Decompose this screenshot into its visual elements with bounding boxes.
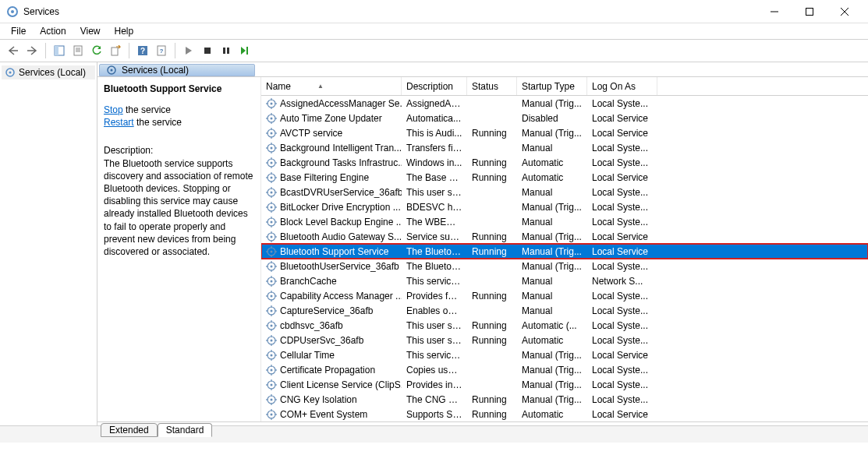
services-icon — [5, 67, 16, 78]
export-list-button[interactable] — [107, 42, 124, 59]
service-row[interactable]: CaptureService_36afbEnables opti...Manua… — [261, 303, 868, 318]
svg-rect-8 — [74, 46, 82, 55]
service-row[interactable]: BitLocker Drive Encryption ...BDESVC hos… — [261, 199, 868, 214]
service-row[interactable]: AssignedAccessManager Se...AssignedAc...… — [261, 96, 868, 111]
restart-service-button[interactable] — [236, 42, 253, 59]
start-service-button[interactable] — [180, 42, 197, 59]
menu-help[interactable]: Help — [108, 24, 140, 38]
cell-startup-type: Manual — [517, 143, 587, 153]
col-description[interactable]: Description — [402, 77, 467, 95]
tab-extended[interactable]: Extended — [101, 423, 158, 437]
service-row[interactable]: cbdhsvc_36afbThis user ser...RunningAuto… — [261, 318, 868, 333]
cell-logon: Local Syste... — [587, 291, 657, 302]
cell-logon: Local Syste... — [587, 394, 657, 405]
menu-action[interactable]: Action — [34, 24, 72, 38]
tab-standard[interactable]: Standard — [158, 423, 213, 437]
cell-status: Running — [467, 246, 517, 257]
help-button[interactable]: ? — [134, 42, 151, 59]
svg-point-32 — [271, 117, 273, 119]
service-row[interactable]: BcastDVRUserService_36afbThis user ser..… — [261, 185, 868, 199]
toolbar: ? ? — [0, 39, 868, 62]
service-row[interactable]: Capability Access Manager ...Provides fa… — [261, 288, 868, 303]
service-row[interactable]: AVCTP serviceThis is Audi...RunningManua… — [261, 125, 868, 140]
svg-point-128 — [271, 354, 273, 356]
cell-description: Windows in... — [402, 157, 467, 168]
service-row[interactable]: CNG Key IsolationThe CNG ke...RunningMan… — [261, 392, 868, 407]
svg-point-68 — [271, 206, 273, 208]
svg-rect-7 — [55, 46, 58, 55]
svg-point-86 — [271, 250, 273, 252]
service-row[interactable]: Background Intelligent Tran...Transfers … — [261, 140, 868, 155]
restart-link[interactable]: Restart — [104, 117, 134, 128]
main-content: Services (Local) Services (Local) Blueto… — [0, 62, 868, 425]
details-split: Bluetooth Support Service Stop the servi… — [97, 76, 868, 421]
cell-name: COM+ Event System — [261, 409, 402, 420]
col-logon-as[interactable]: Log On As — [587, 77, 657, 95]
services-icon — [106, 65, 117, 76]
refresh-button[interactable] — [88, 42, 105, 59]
svg-rect-3 — [806, 8, 813, 15]
col-startup-type[interactable]: Startup Type — [517, 77, 587, 95]
cell-startup-type: Manual (Trig... — [517, 365, 587, 376]
cell-logon: Local Syste... — [587, 157, 657, 168]
service-row[interactable]: Auto Time Zone UpdaterAutomatica...Disab… — [261, 111, 868, 125]
show-hide-tree-button[interactable] — [51, 42, 68, 59]
menu-file[interactable]: File — [5, 24, 32, 38]
service-row[interactable]: COM+ Event SystemSupports Sy...RunningAu… — [261, 407, 868, 421]
service-row[interactable]: Base Filtering EngineThe Base Fil...Runn… — [261, 170, 868, 185]
close-button[interactable] — [827, 0, 862, 23]
col-name[interactable]: Name▲ — [261, 77, 402, 95]
pause-service-button[interactable] — [218, 42, 235, 59]
svg-point-38 — [271, 132, 273, 134]
service-row[interactable]: CDPUserSvc_36afbThis user ser...RunningA… — [261, 333, 868, 347]
cell-name: AVCTP service — [261, 128, 402, 139]
cell-startup-type: Manual (Trig... — [517, 98, 587, 109]
service-row[interactable]: Block Level Backup Engine ...The WBENG..… — [261, 214, 868, 229]
cell-name: BluetoothUserService_36afb — [261, 261, 402, 272]
properties-button[interactable] — [69, 42, 87, 59]
svg-point-92 — [271, 265, 273, 267]
cell-description: This user ser... — [402, 187, 467, 198]
forward-button[interactable] — [23, 42, 41, 59]
service-row[interactable]: Bluetooth Support ServiceThe Bluetoo...R… — [261, 244, 868, 259]
cell-description: Service sup... — [402, 231, 467, 242]
col-status[interactable]: Status — [467, 77, 517, 95]
cell-name: cbdhsvc_36afb — [261, 320, 402, 331]
cell-startup-type: Manual (Trig... — [517, 231, 587, 242]
cell-logon: Network S... — [587, 276, 657, 287]
service-row[interactable]: BranchCacheThis service ...ManualNetwork… — [261, 273, 868, 288]
tree-node-label: Services (Local) — [19, 67, 86, 78]
cell-startup-type: Automatic — [517, 172, 587, 183]
cell-name: BitLocker Drive Encryption ... — [261, 202, 402, 213]
cell-description: The Bluetoo... — [402, 261, 467, 272]
service-row[interactable]: Bluetooth Audio Gateway S...Service sup.… — [261, 229, 868, 244]
service-row[interactable]: Certificate PropagationCopies user ...Ma… — [261, 362, 868, 377]
svg-point-116 — [271, 324, 273, 326]
help-topic-button[interactable]: ? — [153, 42, 170, 59]
svg-point-44 — [271, 146, 273, 149]
cell-description: Provides fac... — [402, 291, 467, 302]
stop-link[interactable]: Stop — [104, 104, 123, 115]
svg-point-110 — [271, 309, 273, 312]
service-row[interactable]: Background Tasks Infrastruc...Windows in… — [261, 155, 868, 170]
svg-point-50 — [271, 161, 273, 164]
svg-rect-19 — [227, 48, 229, 54]
maximize-button[interactable] — [792, 0, 827, 23]
service-row[interactable]: BluetoothUserService_36afbThe Bluetoo...… — [261, 259, 868, 273]
title-bar: Services — [0, 0, 868, 23]
back-button[interactable] — [5, 42, 22, 59]
service-row[interactable]: Cellular TimeThis service ...Manual (Tri… — [261, 347, 868, 362]
minimize-button[interactable] — [756, 0, 792, 23]
service-row[interactable]: Client License Service (ClipS...Provides… — [261, 377, 868, 392]
cell-status: Running — [467, 335, 517, 346]
menu-bar: File Action View Help — [0, 23, 868, 39]
list-body[interactable]: AssignedAccessManager Se...AssignedAc...… — [261, 96, 868, 421]
stop-service-button[interactable] — [199, 42, 216, 59]
cell-logon: Local Syste... — [587, 320, 657, 331]
cell-startup-type: Automatic — [517, 335, 587, 346]
tree-node-services-local[interactable]: Services (Local) — [2, 65, 95, 79]
cell-logon: Local Service — [587, 113, 657, 124]
stop-tail: the service — [123, 104, 171, 115]
cell-description: Enables opti... — [402, 305, 467, 316]
menu-view[interactable]: View — [74, 24, 107, 38]
